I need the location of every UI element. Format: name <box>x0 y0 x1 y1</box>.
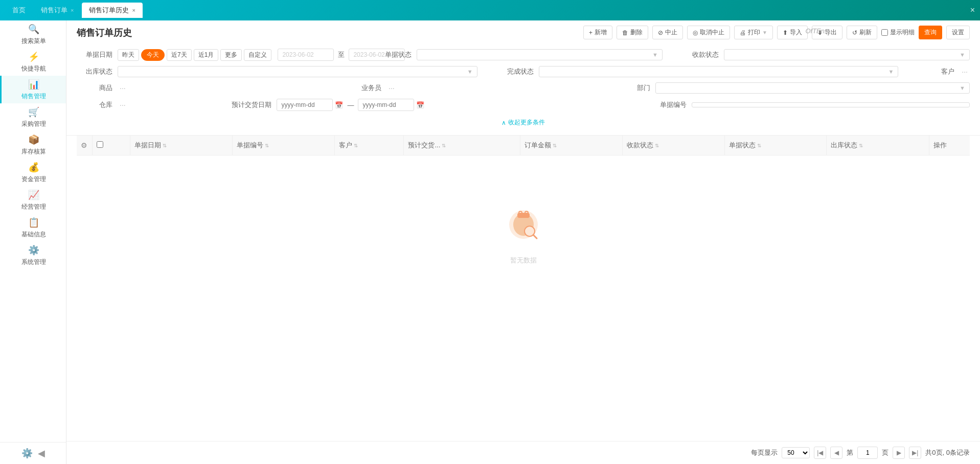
th-customer[interactable]: 客户 ⇅ <box>335 136 404 156</box>
query-button[interactable]: 查询 <box>919 26 942 39</box>
tab-home[interactable]: 首页 <box>5 3 33 18</box>
date-today[interactable]: 今天 <box>141 49 165 61</box>
th-payment[interactable]: 收款状态 ⇅ <box>622 136 724 156</box>
add-button[interactable]: + 新增 <box>583 26 612 39</box>
completion-status-select[interactable]: ▼ <box>539 66 899 77</box>
payment-status-select[interactable]: ▼ <box>724 49 970 60</box>
completion-label: 完成状态 <box>498 67 534 76</box>
inventory-icon: 📦 <box>28 134 39 145</box>
goods-label: 商品 <box>77 83 112 93</box>
sidebar-label-quick-nav: 快捷导航 <box>21 64 46 73</box>
refresh-icon: ↺ <box>852 29 857 36</box>
prev-page-button[interactable]: ◀ <box>830 447 842 459</box>
warehouse-picker-icon[interactable]: ··· <box>118 101 211 109</box>
expected-date-end-input[interactable] <box>358 99 414 111</box>
last-page-button[interactable]: ▶| <box>909 447 921 459</box>
date-more[interactable]: 更多 <box>220 49 242 61</box>
cancel-stop-button[interactable]: ◎ 取消中止 <box>687 26 730 39</box>
sidebar-label-basic-info: 基础信息 <box>21 230 46 239</box>
finance-icon: 💰 <box>28 162 39 173</box>
calendar-icon-2[interactable]: 📅 <box>416 101 424 109</box>
goods-picker-icon[interactable]: ··· <box>118 84 325 92</box>
th-expected[interactable]: 预计交货... ⇅ <box>404 136 520 156</box>
tab-sales-history[interactable]: 销售订单历史 × <box>82 3 142 18</box>
date-start-input[interactable] <box>278 49 334 61</box>
sidebar-item-operation[interactable]: 📈 经营管理 <box>0 186 66 214</box>
th-amount[interactable]: 订单金额 ⇅ <box>520 136 622 156</box>
sidebar-item-quick-nav[interactable]: ⚡ 快捷导航 <box>0 48 66 76</box>
sort-icon-delivery: ⇅ <box>859 143 863 148</box>
filter-row-1: 单据日期 昨天 今天 近7天 近1月 更多 自定义 至 <box>77 49 970 61</box>
settings-button[interactable]: 设置 <box>946 26 970 39</box>
table-settings-icon[interactable]: ⚙ <box>81 141 87 149</box>
sidebar-item-basic-info[interactable]: 📋 基础信息 <box>0 214 66 241</box>
salesperson-picker-icon[interactable]: ··· <box>386 84 594 92</box>
svg-line-6 <box>533 235 537 238</box>
sidebar-settings-icon[interactable]: ⚙️ <box>21 448 33 459</box>
customer-picker-icon[interactable]: ··· <box>960 68 970 76</box>
date-yesterday[interactable]: 昨天 <box>118 49 139 61</box>
page-size-label: 每页显示 <box>751 448 778 457</box>
sort-icon-date: ⇅ <box>163 143 167 148</box>
sidebar-label-system: 系统管理 <box>21 258 46 267</box>
display-toggle-checkbox[interactable] <box>881 29 888 36</box>
sidebar: 🔍 搜索菜单 ⚡ 快捷导航 📊 销售管理 🛒 采购管理 📦 库存核算 💰 资金管… <box>0 20 66 464</box>
sidebar-item-inventory[interactable]: 📦 库存核算 <box>0 131 66 159</box>
display-toggle[interactable]: 显示明细 <box>881 28 915 37</box>
chevron-down-icon: ▼ <box>960 52 965 58</box>
filter-row-4: 仓库 ··· 预计交货日期 📅 — 📅 单据编号 <box>77 99 970 111</box>
sidebar-item-sales[interactable]: 📊 销售管理 <box>0 76 66 103</box>
collapse-row[interactable]: ∧ 收起更多条件 <box>77 116 970 129</box>
close-icon[interactable]: × <box>132 7 135 13</box>
basic-info-icon: 📋 <box>28 217 39 228</box>
date-7days[interactable]: 近7天 <box>167 49 192 61</box>
th-no[interactable]: 单据编号 ⇅ <box>233 136 335 156</box>
order-status-select[interactable]: ▼ <box>417 49 663 60</box>
next-page-button[interactable]: ▶ <box>893 447 905 459</box>
tab-sales-order[interactable]: 销售订单 × <box>34 3 81 18</box>
th-date[interactable]: 单据日期 ⇅ <box>130 136 233 156</box>
top-bar-right: × <box>970 6 975 15</box>
sidebar-item-finance[interactable]: 💰 资金管理 <box>0 159 66 186</box>
table-header-row: ⚙ 单据日期 ⇅ 单据编号 <box>77 136 970 156</box>
sidebar-item-search-menu[interactable]: 🔍 搜索菜单 <box>0 20 66 48</box>
filter-row-3: 商品 ··· 业务员 ··· 部门 ▼ <box>77 82 970 94</box>
refresh-button[interactable]: ↺ 刷新 <box>847 26 877 39</box>
sort-icon-payment: ⇅ <box>655 143 659 148</box>
data-table: ⚙ 单据日期 ⇅ 单据编号 <box>77 136 970 156</box>
expected-date-start-input[interactable] <box>277 99 333 111</box>
th-checkbox <box>92 136 130 156</box>
date-1month[interactable]: 近1月 <box>194 49 219 61</box>
print-button[interactable]: 🖨 打印 ▼ <box>734 26 773 39</box>
date-custom[interactable]: 自定义 <box>244 49 271 61</box>
order-no-input[interactable] <box>692 102 970 107</box>
delivery-status-select[interactable]: ▼ <box>118 66 477 77</box>
calendar-icon[interactable]: 📅 <box>335 101 343 109</box>
order-no-label: 单据编号 <box>651 100 687 109</box>
expected-date-label: 预计交货日期 <box>232 100 271 109</box>
sidebar-label-inventory: 库存核算 <box>21 147 46 156</box>
pagination: 每页显示 20 50 100 |◀ ◀ 第 页 ▶ ▶| 共0页, 0条记录 <box>66 441 980 464</box>
empty-illustration <box>498 196 549 248</box>
page-number-input[interactable] <box>857 447 878 459</box>
th-delivery[interactable]: 出库状态 ⇅ <box>827 136 929 156</box>
close-icon[interactable]: × <box>71 7 74 13</box>
payment-status-label: 收款状态 <box>683 50 719 59</box>
window-close-icon[interactable]: × <box>970 6 975 15</box>
sidebar-item-system[interactable]: ⚙️ 系统管理 <box>0 241 66 269</box>
stop-button[interactable]: ⊘ 中止 <box>652 26 683 39</box>
select-all-checkbox[interactable] <box>97 141 103 148</box>
export-button[interactable]: ⬇ 导出 <box>812 26 842 39</box>
import-button[interactable]: ⬆ 导入 <box>777 26 808 39</box>
department-select[interactable]: ▼ <box>655 82 970 94</box>
order-status-label: 单据状态 <box>376 50 412 59</box>
main-layout: 🔍 搜索菜单 ⚡ 快捷导航 📊 销售管理 🛒 采购管理 📦 库存核算 💰 资金管… <box>0 20 980 464</box>
page-size-select[interactable]: 20 50 100 <box>782 447 810 458</box>
sidebar-collapse-icon[interactable]: ◀ <box>38 448 45 459</box>
first-page-button[interactable]: |◀ <box>814 447 826 459</box>
sidebar-item-purchase[interactable]: 🛒 采购管理 <box>0 103 66 131</box>
sort-icon-amount: ⇅ <box>553 143 557 148</box>
delete-button[interactable]: 🗑 删除 <box>617 26 648 39</box>
th-status[interactable]: 单据状态 ⇅ <box>724 136 827 156</box>
th-settings[interactable]: ⚙ <box>77 136 92 156</box>
